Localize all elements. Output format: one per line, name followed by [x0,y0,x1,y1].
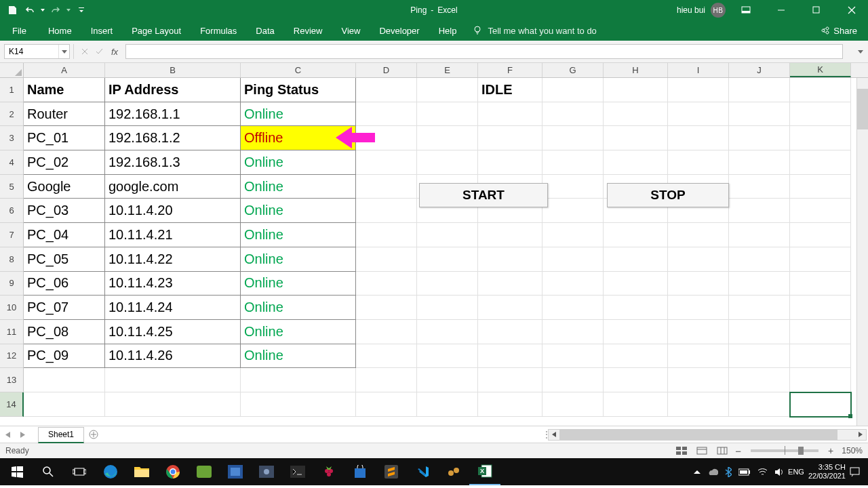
cell-C12[interactable]: Online [241,344,356,369]
cell-G8[interactable] [542,247,604,272]
cell-A9[interactable]: PC_06 [24,272,105,296]
cell-B2[interactable]: 192.168.1.1 [105,102,241,127]
cell-D2[interactable] [356,102,417,127]
cell-F4[interactable] [478,150,542,175]
cell-J13[interactable] [729,368,790,392]
undo-dropdown-icon[interactable] [39,2,46,18]
cell-A3[interactable]: PC_01 [24,126,105,150]
cell-J11[interactable] [729,320,790,344]
cell-D5[interactable] [356,175,417,199]
cell-H2[interactable] [604,102,668,127]
start-button[interactable]: START [419,183,548,207]
cell-B6[interactable]: 10.11.4.20 [105,199,241,223]
cell-E10[interactable] [417,296,478,320]
cell-E4[interactable] [417,150,478,175]
tray-lang[interactable]: ENG [788,468,804,476]
cell-E12[interactable] [417,344,478,369]
app-file-explorer-icon[interactable] [126,458,157,485]
app-raspberry-icon[interactable] [313,458,344,485]
cell-I14[interactable] [668,392,729,417]
cell-E2[interactable] [417,102,478,127]
cell-K3[interactable] [790,126,851,150]
row-header-14[interactable]: 14 [0,392,24,417]
cell-B14[interactable] [105,392,241,417]
col-header-H[interactable]: H [604,63,668,77]
app-store-icon[interactable] [344,458,376,485]
cell-A2[interactable]: Router [24,102,105,127]
tray-notifications-icon[interactable] [850,467,860,477]
cell-A12[interactable]: PC_09 [24,344,105,369]
new-sheet-icon[interactable] [84,427,103,442]
cell-F13[interactable] [478,368,542,392]
cell-I7[interactable] [668,223,729,247]
cell-F11[interactable] [478,320,542,344]
cell-E9[interactable] [417,272,478,296]
cell-J3[interactable] [729,126,790,150]
tell-me-search[interactable]: Tell me what you want to do [466,20,603,41]
redo-dropdown-icon[interactable] [65,2,72,18]
cell-E8[interactable] [417,247,478,272]
cell-D12[interactable] [356,344,417,369]
zoom-in-icon[interactable]: + [827,445,835,456]
save-icon[interactable] [4,2,20,18]
cell-C1[interactable]: Ping Status [241,78,356,102]
row-header-4[interactable]: 4 [0,150,24,175]
cell-K1[interactable] [790,78,851,102]
cell-F8[interactable] [478,247,542,272]
cell-J9[interactable] [729,272,790,296]
cell-B1[interactable]: IP Address [105,78,241,102]
tray-wifi-icon[interactable] [757,468,768,476]
col-header-J[interactable]: J [729,63,790,77]
cell-K5[interactable] [790,175,851,199]
app-generic-1-icon[interactable] [189,458,220,485]
cell-A6[interactable]: PC_03 [24,199,105,223]
view-page-layout-icon[interactable] [693,445,711,457]
cell-I1[interactable] [668,78,729,102]
cell-C6[interactable]: Online [241,199,356,223]
cell-E7[interactable] [417,223,478,247]
select-all-corner[interactable] [0,63,24,77]
col-header-B[interactable]: B [105,63,241,77]
cell-G14[interactable] [542,392,604,417]
cell-I3[interactable] [668,126,729,150]
start-menu-icon[interactable] [1,458,33,485]
row-header-10[interactable]: 10 [0,296,24,320]
cell-E13[interactable] [417,368,478,392]
cell-J8[interactable] [729,247,790,272]
row-header-13[interactable]: 13 [0,368,24,392]
cell-G10[interactable] [542,296,604,320]
tray-battery-icon[interactable] [738,468,751,476]
spreadsheet-grid[interactable]: ABCDEFGHIJK 1NameIP AddressPing StatusID… [0,63,868,426]
maximize-icon[interactable] [802,0,831,20]
cell-D11[interactable] [356,320,417,344]
tab-help[interactable]: Help [429,20,467,41]
cell-F3[interactable] [478,126,542,150]
cell-C13[interactable] [241,368,356,392]
cell-G1[interactable] [542,78,604,102]
cell-C11[interactable]: Online [241,320,356,344]
cell-D13[interactable] [356,368,417,392]
cell-A7[interactable]: PC_04 [24,223,105,247]
cell-H14[interactable] [604,392,668,417]
cell-D9[interactable] [356,272,417,296]
cell-K9[interactable] [790,272,851,296]
cell-H10[interactable] [604,296,668,320]
cell-H9[interactable] [604,272,668,296]
col-header-I[interactable]: I [668,63,729,77]
app-excel-icon[interactable]: X [469,458,500,485]
name-box[interactable]: K14 [4,44,70,59]
enter-formula-icon[interactable] [92,44,107,59]
cell-J7[interactable] [729,223,790,247]
row-header-5[interactable]: 5 [0,175,24,199]
row-header-2[interactable]: 2 [0,102,24,127]
hscroll-right-icon[interactable] [855,430,866,440]
cell-D4[interactable] [356,150,417,175]
cell-C4[interactable]: Online [241,150,356,175]
cell-C9[interactable]: Online [241,272,356,296]
cell-I2[interactable] [668,102,729,127]
app-sublime-icon[interactable] [376,458,407,485]
task-view-icon[interactable] [64,458,95,485]
cell-J4[interactable] [729,150,790,175]
cell-E14[interactable] [417,392,478,417]
col-header-G[interactable]: G [542,63,604,77]
